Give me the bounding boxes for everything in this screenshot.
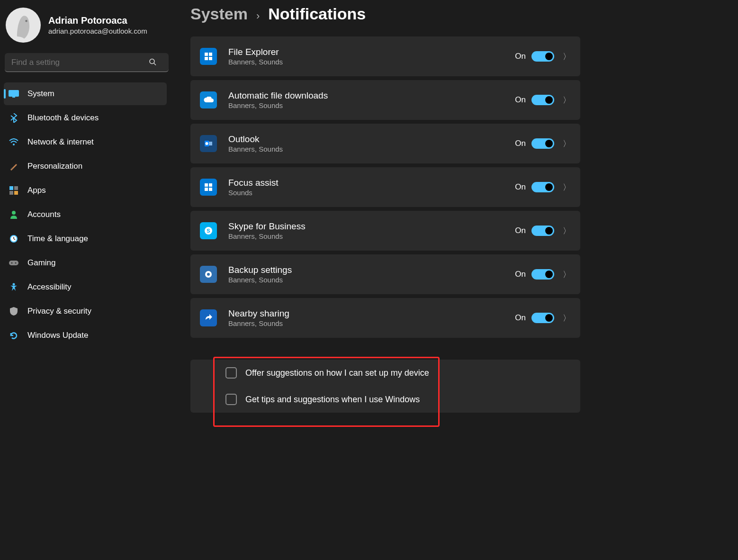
update-icon: [9, 330, 19, 341]
share-icon: [200, 309, 217, 326]
toggle-switch[interactable]: [531, 138, 554, 149]
svg-rect-4: [9, 90, 19, 97]
chevron-right-icon: 〉: [563, 226, 571, 236]
avatar-icon: [7, 9, 40, 42]
app-subtitle: Sounds: [228, 189, 515, 197]
app-title: Skype for Business: [228, 221, 515, 232]
app-row-focus-assist[interactable]: Focus assist Sounds On 〉: [190, 167, 580, 207]
profile-email: adrian.potoroaca@outlook.com: [48, 27, 147, 35]
bluetooth-icon: [9, 113, 19, 123]
search-wrap: [0, 51, 171, 80]
nav-time[interactable]: Time & language: [4, 227, 167, 250]
chevron-right-icon: 〉: [563, 269, 571, 280]
gear-icon: [200, 266, 217, 283]
toggle-switch[interactable]: [531, 182, 554, 192]
svg-point-17: [11, 262, 13, 264]
app-title: Outlook: [228, 134, 515, 145]
breadcrumb-parent[interactable]: System: [190, 5, 248, 23]
nav-accounts[interactable]: Accounts: [4, 203, 167, 226]
nav-update[interactable]: Windows Update: [4, 324, 167, 347]
toggle-switch[interactable]: [531, 226, 554, 236]
app-row-skype[interactable]: S Skype for Business Banners, Sounds On …: [190, 211, 580, 251]
app-row-nearby-sharing[interactable]: Nearby sharing Banners, Sounds On 〉: [190, 298, 580, 338]
search-input[interactable]: [5, 53, 169, 72]
toggle-state: On: [515, 313, 526, 323]
game-icon: [9, 258, 19, 268]
checkbox-row-tips[interactable]: Get tips and suggestions when I use Wind…: [190, 386, 580, 413]
nav-label: Privacy & security: [27, 307, 91, 316]
focus-assist-icon: [200, 179, 217, 196]
svg-point-11: [12, 211, 16, 215]
app-title: Focus assist: [228, 178, 515, 188]
nav-label: Apps: [27, 186, 46, 195]
main: System › Notifications File Explorer Ban…: [171, 0, 594, 448]
nav-personalization[interactable]: Personalization: [4, 155, 167, 178]
notification-app-list: File Explorer Banners, Sounds On 〉 Autom…: [190, 36, 580, 338]
svg-rect-30: [209, 188, 212, 191]
apps-icon: [9, 185, 19, 196]
toggle-state: On: [515, 182, 526, 192]
app-row-backup[interactable]: Backup settings Banners, Sounds On 〉: [190, 254, 580, 294]
svg-rect-10: [14, 191, 18, 195]
svg-point-18: [15, 262, 17, 264]
nav-system[interactable]: System: [4, 82, 167, 105]
brush-icon: [9, 161, 19, 172]
svg-rect-23: [209, 57, 212, 60]
toggle-switch[interactable]: [531, 313, 554, 323]
svg-point-34: [207, 273, 210, 276]
svg-point-2: [150, 59, 154, 64]
svg-rect-27: [205, 183, 208, 187]
toggle-switch[interactable]: [531, 269, 554, 280]
app-subtitle: Banners, Sounds: [228, 276, 515, 284]
app-row-file-explorer[interactable]: File Explorer Banners, Sounds On 〉: [190, 36, 580, 76]
chevron-right-icon: 〉: [563, 95, 571, 106]
app-row-outlook[interactable]: Outlook Banners, Sounds On 〉: [190, 124, 580, 163]
suggestions-panel: Offer suggestions on how I can set up my…: [190, 360, 580, 413]
nav-label: Bluetooth & devices: [27, 113, 99, 123]
nav-bluetooth[interactable]: Bluetooth & devices: [4, 107, 167, 129]
toggle-state: On: [515, 270, 526, 279]
svg-rect-5: [12, 97, 15, 98]
toggle-switch[interactable]: [531, 51, 554, 62]
avatar: [6, 8, 41, 43]
nav-label: Personalization: [27, 162, 82, 171]
wifi-icon: [9, 137, 19, 147]
svg-point-25: [206, 142, 208, 145]
nav: System Bluetooth & devices Network & int…: [0, 80, 171, 351]
nav-label: Windows Update: [27, 331, 89, 340]
nav-label: Time & language: [27, 234, 88, 244]
svg-rect-29: [205, 188, 208, 191]
access-icon: [9, 282, 19, 292]
nav-gaming[interactable]: Gaming: [4, 252, 167, 274]
checkbox[interactable]: [225, 367, 237, 379]
app-title: File Explorer: [228, 47, 515, 57]
checkbox-row-setup-suggestions[interactable]: Offer suggestions on how I can set up my…: [190, 360, 580, 386]
checkbox[interactable]: [225, 394, 237, 405]
app-subtitle: Banners, Sounds: [228, 232, 515, 240]
toggle-state: On: [515, 226, 526, 235]
svg-rect-20: [205, 53, 208, 56]
chevron-right-icon: ›: [256, 10, 260, 22]
svg-point-1: [25, 20, 27, 22]
svg-line-3: [154, 63, 156, 65]
nav-label: Accessibility: [27, 282, 72, 292]
toggle-switch[interactable]: [531, 95, 554, 105]
system-icon: [9, 89, 19, 99]
svg-text:S: S: [207, 228, 210, 234]
nav-label: System: [27, 89, 54, 99]
outlook-icon: [200, 135, 217, 152]
sidebar: Adrian Potoroaca adrian.potoroaca@outloo…: [0, 0, 171, 448]
app-row-auto-downloads[interactable]: Automatic file downloads Banners, Sounds…: [190, 80, 580, 120]
nav-network[interactable]: Network & internet: [4, 131, 167, 154]
app-title: Automatic file downloads: [228, 90, 515, 101]
svg-point-19: [13, 283, 15, 286]
profile-block[interactable]: Adrian Potoroaca adrian.potoroaca@outloo…: [0, 5, 171, 51]
cloud-icon: [200, 91, 217, 108]
chevron-right-icon: 〉: [563, 51, 571, 62]
skype-icon: S: [200, 222, 217, 239]
nav-privacy[interactable]: Privacy & security: [4, 300, 167, 323]
nav-apps[interactable]: Apps: [4, 179, 167, 202]
nav-accessibility[interactable]: Accessibility: [4, 276, 167, 298]
checkbox-label: Get tips and suggestions when I use Wind…: [245, 395, 420, 405]
breadcrumb-current: Notifications: [268, 5, 366, 23]
